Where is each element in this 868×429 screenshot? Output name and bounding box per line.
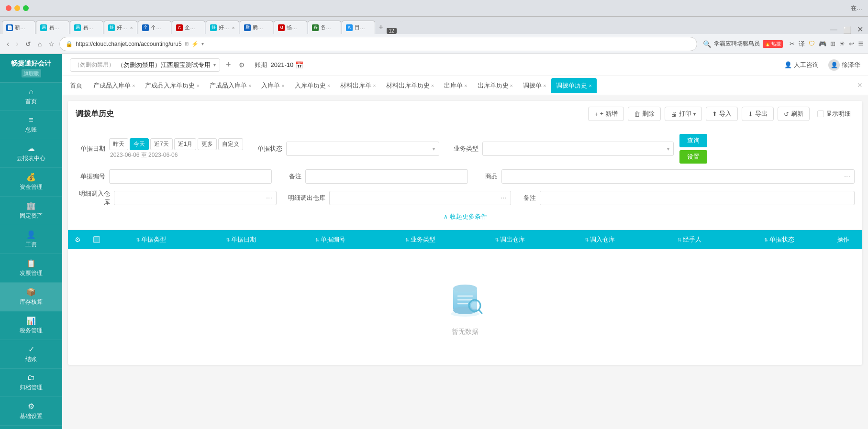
back-btn[interactable]: ‹ (5, 39, 11, 49)
sidebar-item-inventory[interactable]: 📦 库存核算 (0, 283, 62, 311)
add-company-btn[interactable]: + (224, 60, 233, 70)
browser-tab-7[interactable]: 好 好… × (206, 21, 239, 34)
th-in-warehouse[interactable]: ⇅ 调入仓库 (555, 235, 645, 244)
sidebar-item-basic[interactable]: ⚙ 基础设置 (0, 397, 62, 426)
reload-btn[interactable]: ↺ (23, 39, 33, 49)
tab-transfer-history[interactable]: 调拨单历史 × (551, 78, 596, 93)
user-info[interactable]: 👤 徐泽华 (828, 59, 860, 71)
tab-in-close[interactable]: × (281, 83, 284, 88)
translate-btn[interactable]: 译 (799, 40, 805, 48)
tab-transfer-close[interactable]: × (543, 83, 546, 88)
sidebar-logo[interactable]: 畅捷通好会计 旗舰版 (0, 54, 62, 83)
browser-tab-5[interactable]: 个 个… (138, 21, 171, 34)
forward-btn[interactable]: › (14, 39, 20, 49)
browser-tab-10[interactable]: 各 各… (308, 21, 341, 34)
gamepad-btn[interactable]: 🎮 (819, 40, 826, 47)
th-status[interactable]: ⇅ 单据状态 (734, 235, 824, 244)
date-yesterday-btn[interactable]: 昨天 (109, 138, 128, 150)
browser-tab-9[interactable]: M 畅… (274, 21, 307, 34)
th-out-warehouse[interactable]: ⇅ 调出仓库 (465, 235, 555, 244)
browser-tab-2[interactable]: 易 易… (36, 21, 69, 34)
close-btn[interactable]: ✕ (854, 25, 866, 34)
goods-field[interactable]: ··· (501, 169, 855, 184)
remark2-input[interactable] (540, 191, 855, 205)
company-selector[interactable]: （勿删勿禁用） （勿删勿禁用）江西服宝测试专用 ▾ (70, 58, 220, 72)
sidebar-item-ledger[interactable]: ≡ 总账 (0, 111, 62, 139)
tab-home[interactable]: 首页 (64, 78, 88, 93)
date-month-btn[interactable]: 近1月 (174, 138, 197, 150)
filter-settings-btn[interactable]: 设置 (679, 150, 707, 164)
date-more-btn[interactable]: 更多 (198, 138, 217, 150)
detail-out-field[interactable]: ··· (329, 191, 511, 205)
docno-input[interactable] (109, 169, 272, 184)
maximize-window-btn[interactable] (23, 5, 29, 11)
home-nav-btn[interactable]: ⌂ (36, 39, 44, 49)
undo-btn[interactable]: ↩ (849, 40, 854, 47)
browser-tab-6[interactable]: C 企… (172, 21, 205, 34)
select-all-checkbox[interactable] (93, 236, 100, 243)
th-biz-type[interactable]: ⇅ 业务类型 (376, 235, 466, 244)
sidebar-item-settle[interactable]: ✓ 结账 (0, 340, 62, 369)
tab-transfer[interactable]: 调拨单 × (518, 78, 551, 93)
browser-tab-11[interactable]: S 目… (342, 21, 375, 34)
date-today-btn[interactable]: 今天 (130, 138, 149, 150)
minimize-btn[interactable]: — (827, 25, 840, 34)
delete-btn[interactable]: 🗑 删除 (628, 107, 661, 121)
browser-tab-8[interactable]: 腾 腾… (240, 21, 273, 34)
grid-btn[interactable]: ⊞ (830, 40, 835, 47)
settings-company-btn[interactable]: ⚙ (237, 61, 247, 69)
sidebar-item-tax[interactable]: 📊 税务管理 (0, 311, 62, 340)
date-custom-btn[interactable]: 自定义 (218, 138, 243, 150)
th-doc-date[interactable]: ⇅ 单据日期 (196, 235, 286, 244)
tab-production-in[interactable]: 产成品入库单 × (89, 78, 140, 93)
remark-input[interactable] (305, 169, 468, 184)
tab-out-close[interactable]: × (464, 83, 467, 88)
display-cols-toggle[interactable]: 显示明细 (813, 107, 855, 121)
sun-btn[interactable]: ☀ (839, 40, 845, 47)
close-window-btn[interactable] (6, 5, 11, 11)
scissors-btn[interactable]: ✂ (790, 40, 795, 47)
tab-out-history-close[interactable]: × (510, 83, 513, 88)
new-btn[interactable]: + + 新增 (588, 107, 624, 121)
refresh-btn[interactable]: ↺ 刷新 (778, 107, 810, 121)
tab-in-history-close[interactable]: × (327, 83, 330, 88)
bookmark-btn[interactable]: ☆ (46, 39, 56, 49)
sidebar-item-wage[interactable]: 👤 工资 (0, 225, 62, 254)
tab-out[interactable]: 出库单 × (439, 78, 472, 93)
support-link[interactable]: 👤 人工咨询 (784, 61, 819, 69)
new-browser-tab-btn[interactable]: + (376, 21, 387, 34)
menu-btn[interactable]: ≡ (858, 39, 863, 49)
tab-in-history[interactable]: 入库单历史 × (290, 78, 335, 93)
search-btn[interactable]: 查询 (679, 134, 707, 147)
tab7-close[interactable]: × (232, 25, 235, 31)
shield-btn[interactable]: 🛡 (809, 40, 815, 47)
sidebar-item-report[interactable]: ☁ 云报表中心 (0, 139, 62, 168)
th-checkbox[interactable] (87, 236, 106, 243)
period-value[interactable]: 2021-10 📅 (271, 61, 304, 69)
print-btn[interactable]: 🖨 打印 ▾ (665, 107, 702, 121)
search-bar[interactable]: 🔍 学霸应聘场驱鸟员 🔥 热搜 (703, 40, 783, 48)
tab-material-out[interactable]: 材料出库单 × (335, 78, 380, 93)
browser-tab-4[interactable]: 好 好… × (104, 21, 137, 34)
collapse-filter-btn[interactable]: ∧ 收起更多条件 (438, 210, 493, 223)
close-all-tabs-btn[interactable]: × (853, 80, 866, 90)
tab-production-in-history-close[interactable]: × (196, 83, 199, 88)
th-handler[interactable]: ⇅ 经手人 (645, 235, 734, 244)
th-doc-no[interactable]: ⇅ 单据编号 (286, 235, 376, 244)
tab-material-out-history[interactable]: 材料出库单历史 × (381, 78, 439, 93)
sidebar-item-asset[interactable]: 🏢 固定资产 (0, 197, 62, 225)
tab-transfer-history-close[interactable]: × (589, 83, 591, 88)
tab-production-in-history[interactable]: 产成品入库单历史 × (140, 78, 204, 93)
sidebar-item-home[interactable]: ⌂ 首页 (0, 83, 62, 111)
tab-production-in2[interactable]: 产成品入库单 × (205, 78, 256, 93)
tab-production-in-close[interactable]: × (132, 83, 135, 88)
tab4-close[interactable]: × (130, 25, 133, 31)
status-select[interactable]: ▾ (286, 142, 439, 156)
tab-in[interactable]: 入库单 × (256, 78, 289, 93)
biz-type-select[interactable]: ▾ (482, 142, 674, 156)
sidebar-item-guide[interactable]: ❓ 新手引导 (0, 426, 62, 429)
export-btn[interactable]: ⬇ 导出 (742, 107, 774, 121)
browser-tab-3[interactable]: 易 易… (70, 21, 103, 34)
th-settings[interactable]: ⚙ (68, 236, 87, 243)
restore-btn[interactable]: ⬜ (840, 26, 854, 34)
